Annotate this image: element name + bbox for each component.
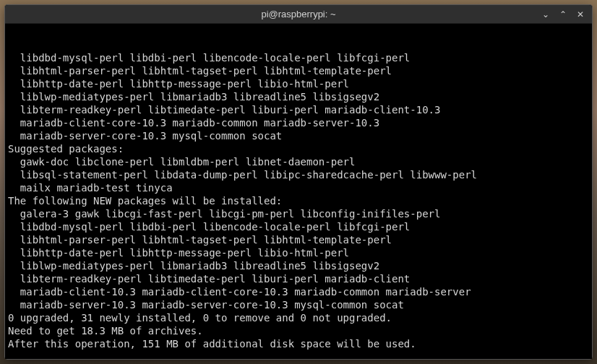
terminal-line: libhttp-date-perl libhttp-message-perl l… [8, 77, 589, 90]
terminal-line: 0 upgraded, 31 newly installed, 0 to rem… [8, 311, 589, 324]
terminal-body[interactable]: libdbd-mysql-perl libdbi-perl libencode-… [5, 24, 592, 359]
minimize-button[interactable]: ⌄ [537, 7, 554, 22]
terminal-line: libdbd-mysql-perl libdbi-perl libencode-… [8, 220, 589, 233]
titlebar[interactable]: pi@raspberrypi: ~ ⌄ ⌃ ✕ [5, 5, 592, 24]
terminal-line: libhtml-parser-perl libhtml-tagset-perl … [8, 233, 589, 246]
window-title: pi@raspberrypi: ~ [5, 9, 592, 20]
terminal-line: libdbd-mysql-perl libdbi-perl libencode-… [8, 51, 589, 64]
terminal-line: gawk-doc libclone-perl libmldbm-perl lib… [8, 155, 589, 168]
window-controls: ⌄ ⌃ ✕ [537, 7, 589, 22]
terminal-output: libdbd-mysql-perl libdbi-perl libencode-… [8, 51, 589, 350]
maximize-icon: ⌃ [559, 9, 567, 20]
terminal-line: mariadb-server-10.3 mariadb-server-core-… [8, 298, 589, 311]
terminal-line: libterm-readkey-perl libtimedate-perl li… [8, 103, 589, 116]
close-icon: ✕ [577, 9, 584, 20]
terminal-window: pi@raspberrypi: ~ ⌄ ⌃ ✕ libdbd-mysql-per… [4, 4, 593, 360]
terminal-line: mariadb-client-core-10.3 mariadb-common … [8, 116, 589, 129]
close-button[interactable]: ✕ [572, 7, 589, 22]
terminal-line: libterm-readkey-perl libtimedate-perl li… [8, 272, 589, 285]
terminal-line: liblwp-mediatypes-perl libmariadb3 libre… [8, 90, 589, 103]
minimize-icon: ⌄ [542, 9, 549, 20]
terminal-line: mariadb-client-10.3 mariadb-client-core-… [8, 285, 589, 298]
terminal-line: Suggested packages: [8, 142, 589, 155]
terminal-line: After this operation, 151 MB of addition… [8, 337, 589, 350]
terminal-line: liblwp-mediatypes-perl libmariadb3 libre… [8, 259, 589, 272]
terminal-line: libsql-statement-perl libdata-dump-perl … [8, 168, 589, 181]
terminal-line: libhtml-parser-perl libhtml-tagset-perl … [8, 64, 589, 77]
terminal-line: libhttp-date-perl libhttp-message-perl l… [8, 246, 589, 259]
terminal-line: mailx mariadb-test tinyca [8, 181, 589, 194]
terminal-line: mariadb-server-core-10.3 mysql-common so… [8, 129, 589, 142]
terminal-line: Need to get 18.3 MB of archives. [8, 324, 589, 337]
maximize-button[interactable]: ⌃ [554, 7, 572, 22]
terminal-line: The following NEW packages will be insta… [8, 194, 589, 207]
terminal-line: galera-3 gawk libcgi-fast-perl libcgi-pm… [8, 207, 589, 220]
